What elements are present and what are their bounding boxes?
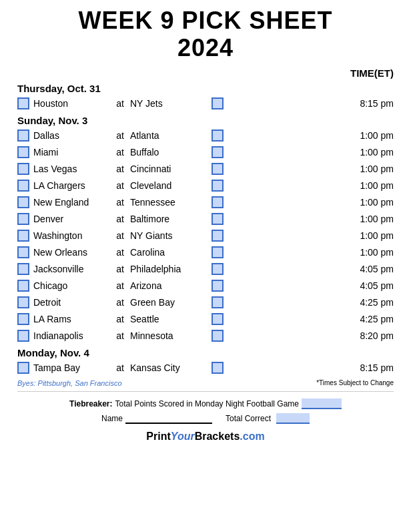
tiebreaker-input[interactable] [302, 398, 342, 409]
home-checkbox[interactable] [212, 362, 224, 374]
total-correct-input[interactable] [276, 413, 310, 424]
away-team: Miami [33, 146, 110, 160]
away-team: Jacksonville [33, 262, 110, 276]
footer-your: Your [171, 431, 195, 442]
total-correct-label: Total Correct [226, 414, 271, 423]
home-checkbox[interactable] [212, 129, 224, 142]
home-checkbox[interactable] [212, 330, 224, 342]
home-team: NY Giants [130, 229, 210, 243]
home-checkbox[interactable] [212, 263, 224, 275]
time-header: TIME(ET) [350, 67, 394, 79]
home-team: NY Jets [130, 97, 210, 111]
at-label: at [110, 312, 130, 326]
home-checkbox[interactable] [212, 296, 224, 308]
home-team: Arizona [130, 279, 210, 293]
home-checkbox[interactable] [212, 146, 224, 158]
home-checkbox[interactable] [212, 97, 224, 109]
tiebreaker-description: Total Points Scored in Monday Night Foot… [115, 399, 299, 409]
game-time: 1:00 pm [350, 229, 394, 243]
at-label: at [110, 279, 130, 293]
home-team: Seattle [130, 312, 210, 326]
at-label: at [110, 246, 130, 260]
home-checkbox[interactable] [212, 246, 224, 258]
home-checkbox[interactable] [212, 213, 224, 225]
name-row: Name Total Correct [13, 411, 398, 425]
footer-brackets: Brackets [195, 431, 240, 442]
game-row: Tampa Bay at Kansas City 8:15 pm [13, 360, 398, 376]
home-team: Green Bay [130, 296, 210, 310]
game-time: 4:25 pm [350, 312, 394, 326]
away-checkbox[interactable] [17, 97, 29, 109]
subject-change: *Times Subject to Change [316, 379, 394, 387]
section-thursday: Thursday, Oct. 31 [13, 80, 398, 95]
away-checkbox[interactable] [17, 330, 29, 342]
home-checkbox[interactable] [212, 180, 224, 192]
away-checkbox[interactable] [17, 230, 29, 242]
away-checkbox[interactable] [17, 362, 29, 374]
section-monday: Monday, Nov. 4 [13, 344, 398, 360]
game-time: 1:00 pm [350, 146, 394, 160]
name-field: Name [101, 413, 212, 424]
away-checkbox[interactable] [17, 196, 29, 208]
at-label: at [110, 212, 130, 226]
byes-teams: Pittsburgh, San Francisco [38, 379, 122, 387]
game-row: Indianapolis at Minnesota 8:20 pm [13, 328, 398, 344]
at-label: at [110, 262, 130, 276]
game-row: Detroit at Green Bay 4:25 pm [13, 294, 398, 311]
game-time: 1:00 pm [350, 179, 394, 193]
game-row: New Orleans at Carolina 1:00 pm [13, 244, 398, 261]
away-checkbox[interactable] [17, 213, 29, 225]
name-input[interactable] [125, 413, 212, 424]
section-sunday: Sunday, Nov. 3 [13, 112, 398, 127]
game-row: Denver at Baltimore 1:00 pm [13, 211, 398, 228]
game-row: Dallas at Atlanta 1:00 pm [13, 127, 398, 144]
away-team: Tampa Bay [33, 361, 110, 375]
name-label: Name [101, 414, 123, 423]
away-checkbox[interactable] [17, 180, 29, 192]
home-team: Atlanta [130, 129, 210, 143]
home-checkbox[interactable] [212, 313, 224, 325]
game-row: Houston at NY Jets 8:15 pm [13, 95, 398, 112]
divider [17, 391, 394, 392]
byes-text: Byes: Pittsburgh, San Francisco [17, 379, 122, 387]
at-label: at [110, 162, 130, 176]
home-checkbox[interactable] [212, 163, 224, 175]
away-checkbox[interactable] [17, 246, 29, 258]
home-team: Minnesota [130, 329, 210, 343]
game-time: 4:05 pm [350, 262, 394, 276]
tiebreaker-row: Tiebreaker: Total Points Scored in Monda… [13, 394, 398, 411]
away-team: LA Chargers [33, 179, 110, 193]
away-team: Houston [33, 97, 110, 111]
home-checkbox[interactable] [212, 280, 224, 292]
at-label: at [110, 196, 130, 210]
page-title: WEEK 9 PICK SHEET 2024 [13, 7, 398, 62]
home-team: Philadelphia [130, 262, 210, 276]
away-team: New England [33, 196, 110, 210]
away-team: Washington [33, 229, 110, 243]
game-time: 1:00 pm [350, 246, 394, 260]
away-checkbox[interactable] [17, 129, 29, 142]
at-label: at [110, 296, 130, 310]
away-checkbox[interactable] [17, 146, 29, 158]
away-checkbox[interactable] [17, 296, 29, 308]
home-team: Buffalo [130, 146, 210, 160]
home-team: Tennessee [130, 196, 210, 210]
game-row: New England at Tennessee 1:00 pm [13, 194, 398, 211]
byes-label: Byes: [17, 379, 36, 387]
game-time: 8:20 pm [350, 329, 394, 343]
away-checkbox[interactable] [17, 263, 29, 275]
game-row: LA Rams at Seattle 4:25 pm [13, 311, 398, 328]
game-time: 1:00 pm [350, 212, 394, 226]
away-checkbox[interactable] [17, 163, 29, 175]
game-time: 4:25 pm [350, 296, 394, 310]
game-time: 1:00 pm [350, 196, 394, 210]
away-checkbox[interactable] [17, 280, 29, 292]
home-checkbox[interactable] [212, 196, 224, 208]
footer: PrintYourBrackets.com [13, 425, 398, 443]
home-checkbox[interactable] [212, 230, 224, 242]
game-time: 1:00 pm [350, 129, 394, 143]
home-team: Cleveland [130, 179, 210, 193]
footer-dotcom: .com [240, 431, 264, 442]
at-label: at [110, 361, 130, 375]
away-checkbox[interactable] [17, 313, 29, 325]
